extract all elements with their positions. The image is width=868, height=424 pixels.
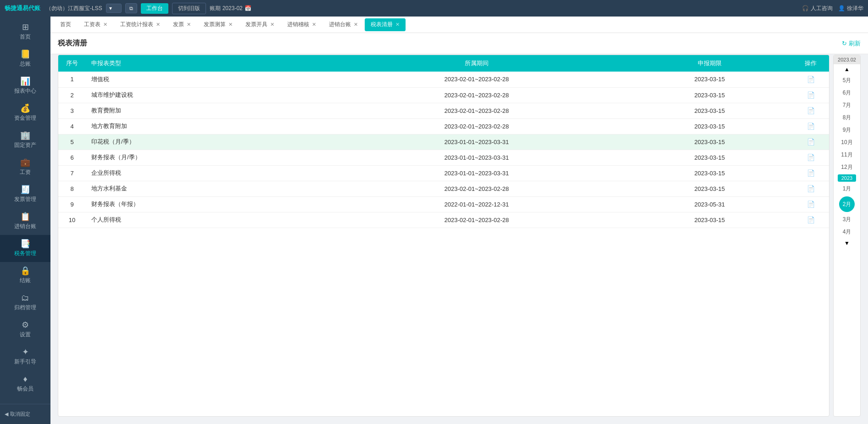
cell-period-range: 2022-01-01~2022-12-31 bbox=[326, 196, 627, 212]
switch-old-button[interactable]: 切到旧版 bbox=[172, 3, 206, 14]
cell-period-range: 2023-02-01~2023-02-28 bbox=[326, 118, 627, 134]
action-file-icon[interactable]: 📄 bbox=[807, 123, 815, 130]
tab-tax-list-label: 税表清册 bbox=[371, 21, 393, 28]
sidebar-item-fixed-assets[interactable]: 🏢 固定资产 bbox=[0, 127, 50, 154]
top-bar: 畅捷通易代账 （勿动）江西服宝-LSS ▾ ⧉ 工作台 切到旧版 账期 2023… bbox=[0, 0, 868, 17]
sidebar-item-reports[interactable]: 📊 报表中心 bbox=[0, 73, 50, 100]
tab-tax-list-close[interactable]: ✕ bbox=[395, 22, 400, 28]
calendar-month-3[interactable]: 3月 bbox=[834, 213, 860, 226]
headset-icon: 🎧 bbox=[802, 5, 809, 11]
action-file-icon[interactable]: 📄 bbox=[807, 76, 815, 83]
calendar-month-8[interactable]: 8月 bbox=[834, 112, 860, 124]
workbench-button[interactable]: 工作台 bbox=[141, 3, 168, 14]
tab-invoice-close[interactable]: ✕ bbox=[187, 22, 191, 28]
action-file-icon[interactable]: 📄 bbox=[807, 169, 815, 177]
tab-tax-list[interactable]: 税表清册 ✕ bbox=[365, 18, 406, 31]
tab-invoice-calc[interactable]: 发票测算 ✕ bbox=[198, 18, 239, 31]
sidebar-label-tax-mgmt: 税务管理 bbox=[14, 250, 36, 257]
calendar-month-12[interactable]: 12月 bbox=[834, 161, 860, 173]
tab-wages-table[interactable]: 工资表 ✕ bbox=[78, 18, 113, 31]
col-type: 申报表类型 bbox=[86, 55, 326, 72]
refresh-icon: ↻ bbox=[842, 40, 847, 47]
calendar-month-1[interactable]: 1月 bbox=[834, 183, 860, 195]
tab-purchase-verify[interactable]: 进销稽核 ✕ bbox=[281, 18, 322, 31]
tab-invoice-open[interactable]: 发票开具 ✕ bbox=[239, 18, 280, 31]
table-row: 2 城市维护建设税 2023-02-01~2023-02-28 2023-03-… bbox=[58, 87, 829, 103]
cell-period-range: 2023-01-01~2023-03-31 bbox=[326, 165, 627, 181]
copy-icon[interactable]: ⧉ bbox=[125, 3, 137, 13]
tax-table: 序号 申报表类型 所属期间 申报期限 操作 1 增值税 2023-02-01~2… bbox=[58, 55, 829, 228]
company-dropdown[interactable]: ▾ bbox=[106, 4, 122, 13]
table-row: 8 地方水利基金 2023-02-01~2023-02-28 2023-03-1… bbox=[58, 181, 829, 196]
action-file-icon[interactable]: 📄 bbox=[807, 201, 815, 208]
cell-action: 📄 bbox=[792, 150, 829, 165]
calendar-month-4[interactable]: 4月 bbox=[834, 226, 860, 238]
calendar-icon[interactable]: 📅 bbox=[245, 5, 251, 11]
sidebar-item-home[interactable]: ⊞ 首页 bbox=[0, 18, 50, 45]
action-file-icon[interactable]: 📄 bbox=[807, 185, 815, 192]
tab-home[interactable]: 首页 bbox=[54, 18, 77, 31]
user-profile[interactable]: 👤 徐泽华 bbox=[838, 5, 863, 12]
tab-invoice-calc-close[interactable]: ✕ bbox=[228, 22, 233, 28]
top-bar-right: 🎧 人工咨询 👤 徐泽华 bbox=[802, 5, 863, 12]
action-file-icon[interactable]: 📄 bbox=[807, 91, 815, 99]
sidebar-item-purchase-sales[interactable]: 📋 进销台账 bbox=[0, 208, 50, 235]
calendar-month-9[interactable]: 9月 bbox=[834, 124, 860, 136]
cell-declare-deadline: 2023-05-31 bbox=[627, 196, 792, 212]
sidebar-item-guide[interactable]: ✦ 新手引导 bbox=[0, 343, 50, 370]
sidebar-item-funds[interactable]: 💰 资金管理 bbox=[0, 100, 50, 127]
table-wrapper: 序号 申报表类型 所属期间 申报期限 操作 1 增值税 2023-02-01~2… bbox=[50, 55, 868, 424]
refresh-button[interactable]: ↻ 刷新 bbox=[842, 39, 861, 48]
sidebar-item-ledger[interactable]: 📒 总账 bbox=[0, 45, 50, 73]
calendar-month-7[interactable]: 7月 bbox=[834, 99, 860, 112]
sidebar-item-archive[interactable]: 🗂 归档管理 bbox=[0, 289, 50, 316]
current-year-label: 2023 bbox=[838, 174, 856, 182]
sidebar-item-vip[interactable]: ♦ 畅会员 bbox=[0, 370, 50, 397]
tab-purchase-ledger-close[interactable]: ✕ bbox=[354, 22, 358, 28]
calendar-month-6[interactable]: 6月 bbox=[834, 87, 860, 99]
action-file-icon[interactable]: 📄 bbox=[807, 138, 815, 145]
cell-type: 地方教育附加 bbox=[86, 118, 326, 134]
unpin-button[interactable]: ◀ 取消固定 bbox=[0, 408, 50, 420]
tab-purchase-ledger[interactable]: 进销台账 ✕ bbox=[323, 18, 364, 31]
cell-declare-deadline: 2023-03-15 bbox=[627, 212, 792, 228]
sidebar-item-closing[interactable]: 🔒 结账 bbox=[0, 262, 50, 289]
cell-action: 📄 bbox=[792, 87, 829, 103]
cell-action: 📄 bbox=[792, 212, 829, 228]
tab-invoice-open-close[interactable]: ✕ bbox=[270, 22, 274, 28]
tab-purchase-verify-close[interactable]: ✕ bbox=[312, 22, 316, 28]
tab-wages-stats-close[interactable]: ✕ bbox=[156, 22, 160, 28]
sidebar-item-wages[interactable]: 💼 工资 bbox=[0, 154, 50, 181]
main-layout: ⊞ 首页 📒 总账 📊 报表中心 💰 资金管理 🏢 固定资产 💼 工资 🧾 发票… bbox=[0, 17, 868, 424]
tab-wages-table-close[interactable]: ✕ bbox=[103, 22, 107, 28]
cell-type: 教育费附加 bbox=[86, 103, 326, 118]
tab-invoice[interactable]: 发票 ✕ bbox=[167, 18, 197, 31]
tax-mgmt-icon: 📑 bbox=[20, 240, 30, 248]
cell-period-range: 2023-02-01~2023-02-28 bbox=[326, 87, 627, 103]
calendar-month-10[interactable]: 10月 bbox=[834, 136, 860, 149]
sidebar-item-invoice-mgmt[interactable]: 🧾 发票管理 bbox=[0, 181, 50, 208]
sidebar-label-invoice-mgmt: 发票管理 bbox=[14, 195, 36, 203]
sidebar-label-reports: 报表中心 bbox=[14, 87, 36, 95]
calendar-month-11[interactable]: 11月 bbox=[834, 149, 860, 161]
sidebar-item-settings[interactable]: ⚙ 设置 bbox=[0, 316, 50, 343]
cell-action: 📄 bbox=[792, 165, 829, 181]
cell-seq: 7 bbox=[58, 165, 86, 181]
sidebar-item-tax-mgmt[interactable]: 📑 税务管理 bbox=[0, 235, 50, 262]
calendar-month-2-active[interactable]: 2月 bbox=[839, 196, 855, 212]
ai-consult-button[interactable]: 🎧 人工咨询 bbox=[802, 5, 833, 12]
cell-seq: 2 bbox=[58, 87, 86, 103]
cell-period-range: 2023-01-01~2023-03-31 bbox=[326, 150, 627, 165]
calendar-month-5[interactable]: 5月 bbox=[834, 74, 860, 87]
calendar-scroll-up[interactable]: ▲ bbox=[834, 64, 860, 74]
sidebar-label-funds: 资金管理 bbox=[14, 114, 36, 122]
tab-wages-stats[interactable]: 工资统计报表 ✕ bbox=[114, 18, 166, 31]
action-file-icon[interactable]: 📄 bbox=[807, 154, 815, 161]
action-file-icon[interactable]: 📄 bbox=[807, 107, 815, 114]
calendar-scroll-down[interactable]: ▼ bbox=[834, 238, 860, 248]
current-year-badge: 2023 bbox=[834, 173, 860, 183]
cell-seq: 9 bbox=[58, 196, 86, 212]
purchase-sales-icon: 📋 bbox=[20, 212, 30, 221]
action-file-icon[interactable]: 📄 bbox=[807, 216, 815, 223]
ledger-icon: 📒 bbox=[20, 50, 30, 58]
